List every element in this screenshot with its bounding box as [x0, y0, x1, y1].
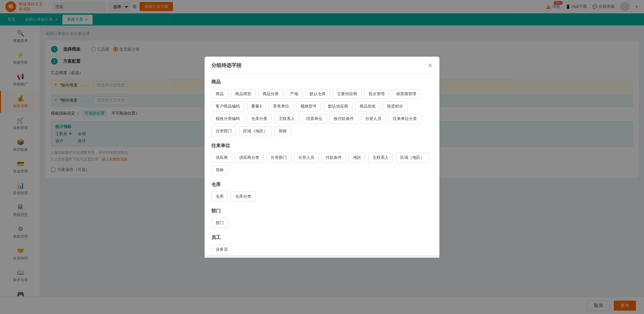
modal-overlay: 分组待选字段 ✕ 商品商品商品类型商品分类产地默认仓库主要供应商批次管理保质期管… [0, 0, 644, 314]
field-group-title-3: 部门 [211, 208, 433, 214]
field-tags-1: 供应商供应商分类分管部门分管人员付款条件地区主联系人区域（地区）简称 [211, 153, 433, 175]
field-tag-0-5[interactable]: 主要供应商 [333, 89, 362, 99]
modal-header: 分组待选字段 ✕ [205, 57, 439, 74]
modal: 分组待选字段 ✕ 商品商品商品类型商品分类产地默认仓库主要供应商批次管理保质期管… [205, 57, 439, 258]
field-tag-1-2[interactable]: 分管部门 [266, 153, 291, 163]
field-tag-1-4[interactable]: 付款条件 [321, 153, 346, 163]
field-tag-1-3[interactable]: 分管人员 [294, 153, 319, 163]
modal-title: 分组待选字段 [211, 62, 241, 69]
field-tags-0: 商品商品类型商品分类产地默认仓库主要供应商批次管理保质期管理客户商品编码重量3零… [211, 89, 433, 136]
field-group-title-4: 员工 [211, 235, 433, 241]
field-group-0: 商品商品商品类型商品分类产地默认仓库主要供应商批次管理保质期管理客户商品编码重量… [211, 79, 433, 136]
field-tag-0-20[interactable]: 分管人员 [361, 114, 386, 124]
field-tag-3-0[interactable]: 部门 [211, 218, 228, 228]
field-tag-0-14[interactable]: 拣货积分 [383, 102, 408, 111]
field-tag-1-5[interactable]: 地区 [349, 153, 366, 163]
field-tag-0-18[interactable]: 结算单位 [302, 114, 327, 124]
field-tag-0-6[interactable]: 批次管理 [364, 89, 389, 99]
field-tag-0-22[interactable]: 分管部门 [211, 126, 236, 136]
field-group-2: 仓库仓库仓库分类 [211, 182, 433, 201]
field-tag-0-4[interactable]: 默认仓库 [305, 89, 330, 99]
field-tag-0-16[interactable]: 仓库分类 [247, 114, 272, 124]
field-tag-0-10[interactable]: 零售单位 [269, 102, 293, 111]
field-tag-4-0[interactable]: 业务员 [211, 245, 232, 254]
modal-body[interactable]: 商品商品商品类型商品分类产地默认仓库主要供应商批次管理保质期管理客户商品编码重量… [205, 74, 439, 255]
modal-close-icon[interactable]: ✕ [428, 62, 433, 69]
field-tag-0-9[interactable]: 重量3 [247, 102, 266, 111]
field-tag-0-17[interactable]: 主联系人 [274, 114, 299, 124]
field-tags-3: 部门 [211, 218, 433, 228]
field-tag-1-0[interactable]: 供应商 [211, 153, 232, 163]
field-group-3: 部门部门 [211, 208, 433, 228]
field-tag-0-13[interactable]: 商品别名 [355, 102, 380, 111]
field-tag-0-19[interactable]: 收付款条件 [329, 114, 358, 124]
field-tag-1-6[interactable]: 主联系人 [368, 153, 393, 163]
field-tag-0-8[interactable]: 客户商品编码 [211, 102, 244, 111]
field-group-4: 员工业务员 [211, 235, 433, 254]
field-tags-2: 仓库仓库分类 [211, 192, 433, 201]
modal-scroll-bar [205, 255, 439, 258]
field-group-title-1: 往来单位 [211, 143, 433, 149]
field-tag-0-7[interactable]: 保质期管理 [392, 89, 421, 99]
field-tags-4: 业务员 [211, 245, 433, 254]
field-tag-0-21[interactable]: 往来单位分类 [388, 114, 421, 124]
field-tag-0-11[interactable]: 规格型号 [296, 102, 321, 111]
field-tag-2-1[interactable]: 仓库分类 [231, 192, 256, 201]
field-tag-1-1[interactable]: 供应商分类 [235, 153, 264, 163]
field-tag-0-12[interactable]: 默认供应商 [324, 102, 353, 111]
field-tag-0-23[interactable]: 区域（地区） [239, 126, 272, 136]
field-group-1: 往来单位供应商供应商分类分管部门分管人员付款条件地区主联系人区域（地区）简称 [211, 143, 433, 175]
field-tag-0-24[interactable]: 简称 [274, 126, 291, 136]
field-tag-2-0[interactable]: 仓库 [211, 192, 228, 201]
field-group-title-2: 仓库 [211, 182, 433, 188]
field-tag-0-1[interactable]: 商品类型 [231, 89, 256, 99]
field-tag-0-3[interactable]: 产地 [286, 89, 303, 99]
field-tag-1-7[interactable]: 区域（地区） [396, 153, 429, 163]
field-tag-0-2[interactable]: 商品分类 [258, 89, 283, 99]
field-tag-1-8[interactable]: 简称 [211, 165, 228, 175]
field-group-title-0: 商品 [211, 79, 433, 85]
field-tag-0-15[interactable]: 税收分类编码 [211, 114, 244, 124]
field-tag-0-0[interactable]: 商品 [211, 89, 228, 99]
